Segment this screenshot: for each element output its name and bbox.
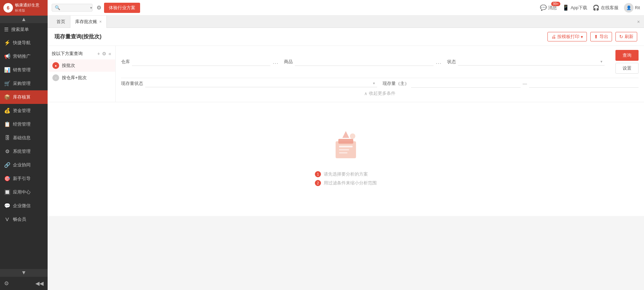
cart-icon: 🛒 bbox=[4, 80, 10, 87]
add-scheme-icon[interactable]: + bbox=[97, 51, 100, 56]
sidebar-item-label: 经营管理 bbox=[13, 121, 31, 127]
print-button[interactable]: 🖨 按模板打印 ▾ bbox=[547, 32, 587, 41]
settings-footer-icon[interactable]: ⚙ bbox=[4, 280, 9, 287]
stock-qty-from[interactable] bbox=[411, 79, 521, 88]
tab-inventory-batch[interactable]: 库存批次账 × bbox=[70, 16, 107, 28]
stock-qty-label: 现存量（主） bbox=[383, 80, 409, 87]
sidebar-item-sales[interactable]: 📊 销售管理 bbox=[0, 63, 48, 77]
main-content: 🔍 ▾ ⚙ 体验行业方案 💬 消息 99+ 📱 App下载 🎧 在线客服 bbox=[48, 0, 644, 290]
product-dots[interactable]: … bbox=[436, 58, 442, 66]
sidebar-item-label: 企业协同 bbox=[13, 162, 31, 168]
sidebar-item-collab[interactable]: 🔗 企业协同 bbox=[0, 158, 48, 172]
svg-point-6 bbox=[350, 133, 355, 139]
wechat-icon: 💬 bbox=[4, 203, 10, 209]
scheme-batch-icon: ● bbox=[52, 62, 59, 69]
stock-status-dropdown[interactable]: ▾ bbox=[145, 80, 377, 87]
page-close-icon[interactable]: × bbox=[637, 19, 640, 24]
topbar-search-box[interactable]: 🔍 ▾ bbox=[52, 4, 92, 12]
settings-button[interactable]: 设置 bbox=[615, 63, 639, 74]
sidebar-item-label: 畅会员 bbox=[13, 216, 26, 222]
tab-home[interactable]: 首页 bbox=[52, 16, 70, 28]
product-input[interactable] bbox=[295, 58, 433, 66]
topbar-search-input[interactable] bbox=[62, 5, 89, 10]
app-download-action[interactable]: 📱 App下载 bbox=[562, 4, 587, 11]
search-icon: 🔍 bbox=[55, 5, 60, 10]
collapse-scheme-icon[interactable]: « bbox=[108, 51, 111, 56]
export-button[interactable]: ⬆ 导出 bbox=[590, 32, 612, 41]
sidebar-item-label: 库存核算 bbox=[13, 94, 31, 100]
print-label: 按模板打印 bbox=[557, 34, 579, 40]
refresh-label: 刷新 bbox=[625, 34, 633, 40]
experience-btn[interactable]: 体验行业方案 bbox=[104, 3, 140, 13]
database-icon: 🗄 bbox=[4, 135, 10, 141]
print-dropdown-icon[interactable]: ▾ bbox=[581, 34, 583, 39]
scheme-warehouse-batch[interactable]: ○ 按仓库+批次 bbox=[48, 72, 115, 84]
sidebar-item-finance[interactable]: 💰 资金管理 bbox=[0, 104, 48, 117]
vip-icon: V bbox=[4, 216, 10, 222]
empty-step-1: 1 请先选择要分析的方案 bbox=[315, 171, 377, 177]
avatar-icon: 👤 bbox=[626, 5, 631, 10]
sidebar-item-quick-nav[interactable]: ⚡ 快捷导航 bbox=[0, 36, 48, 50]
sidebar-item-basics[interactable]: 🗄 基础信息 bbox=[0, 131, 48, 145]
user-action[interactable]: 👤 Rit bbox=[624, 3, 640, 13]
sidebar-item-guide[interactable]: 🎯 新手引导 bbox=[0, 172, 48, 185]
refresh-icon: ↻ bbox=[619, 34, 623, 39]
sidebar-scroll-up[interactable]: ▲ bbox=[0, 16, 48, 23]
app-version: 标准版 bbox=[15, 8, 39, 13]
sidebar-item-label: 基础信息 bbox=[13, 135, 31, 141]
online-service-action[interactable]: 🎧 在线客服 bbox=[593, 4, 618, 11]
filter-scheme-panel: 按以下方案查询 + ⚙ « ● 按批次 ○ bbox=[48, 46, 116, 102]
sidebar-item-inventory[interactable]: 📦 库存核算 bbox=[0, 90, 48, 104]
sidebar-item-wechat[interactable]: 💬 企业微信 bbox=[0, 199, 48, 213]
sidebar-item-marketing[interactable]: 📢 营销推广 bbox=[0, 50, 48, 63]
filter-scheme-label: 按以下方案查询 bbox=[52, 51, 83, 57]
filter-stock-qty: 现存量（主） — bbox=[383, 79, 639, 88]
sidebar: 6 畅康通好生意 标准版 ▲ ☰ 搜索菜单 ⚡ 快捷导航 📢 营销推广 📊 销售… bbox=[0, 0, 48, 290]
filter-stock-status: 现存量状态 ▾ bbox=[121, 80, 377, 87]
sidebar-item-operations[interactable]: 📋 经营管理 bbox=[0, 117, 48, 131]
empty-steps: 1 请先选择要分析的方案 2 用过滤条件来缩小分析范围 bbox=[315, 171, 377, 189]
megaphone-icon: 📢 bbox=[4, 53, 10, 59]
filter-status: 状态 ▾ bbox=[447, 58, 605, 66]
sidebar-search-label: 搜索菜单 bbox=[11, 26, 29, 33]
collapse-more-icon: ∧ bbox=[364, 91, 368, 96]
sidebar-item-system[interactable]: ⚙ 系统管理 bbox=[0, 145, 48, 158]
refresh-button[interactable]: ↻ 刷新 bbox=[615, 32, 637, 41]
sidebar-item-member[interactable]: V 畅会员 bbox=[0, 213, 48, 226]
empty-icon-svg bbox=[329, 129, 363, 163]
tab-inventory-batch-label: 库存批次账 bbox=[75, 19, 97, 25]
filter-panel: 按以下方案查询 + ⚙ « ● 按批次 ○ bbox=[48, 46, 644, 102]
svg-rect-1 bbox=[338, 139, 353, 144]
topbar: 🔍 ▾ ⚙ 体验行业方案 💬 消息 99+ 📱 App下载 🎧 在线客服 bbox=[48, 0, 644, 16]
sidebar-search[interactable]: ☰ 搜索菜单 bbox=[0, 23, 48, 36]
sidebar-item-label: 采购管理 bbox=[13, 80, 31, 87]
tab-close-icon[interactable]: × bbox=[99, 19, 102, 24]
warehouse-input[interactable] bbox=[132, 58, 270, 66]
collapse-more-btn[interactable]: ∧ 收起更多条件 bbox=[121, 88, 639, 98]
warehouse-dots[interactable]: … bbox=[272, 58, 278, 66]
status-dropdown[interactable]: ▾ bbox=[458, 58, 605, 66]
scheme-batch-label: 按批次 bbox=[62, 62, 75, 69]
message-action[interactable]: 💬 消息 99+ bbox=[540, 4, 557, 11]
sidebar-item-apps[interactable]: 🔲 应用中心 bbox=[0, 185, 48, 199]
filter-product: 商品 … bbox=[284, 58, 441, 66]
page-actions: 🖨 按模板打印 ▾ ⬆ 导出 ↻ 刷新 bbox=[547, 32, 637, 41]
svg-rect-3 bbox=[339, 149, 349, 150]
collapse-sidebar-icon[interactable]: ◀◀ bbox=[35, 280, 44, 287]
topbar-dropdown-icon[interactable]: ▾ bbox=[90, 5, 92, 10]
box-icon: 📦 bbox=[4, 94, 10, 100]
stock-qty-to[interactable] bbox=[529, 79, 639, 88]
query-button[interactable]: 查询 bbox=[615, 50, 639, 61]
sidebar-item-purchase[interactable]: 🛒 采购管理 bbox=[0, 77, 48, 90]
scheme-batch[interactable]: ● 按批次 bbox=[48, 59, 115, 72]
sidebar-scroll-down[interactable]: ▼ bbox=[0, 269, 48, 276]
sidebar-item-label: 系统管理 bbox=[13, 148, 31, 155]
sidebar-header: 6 畅康通好生意 标准版 bbox=[0, 0, 48, 16]
settings-scheme-icon[interactable]: ⚙ bbox=[102, 51, 106, 56]
export-icon: ⬆ bbox=[594, 34, 598, 39]
user-avatar: 👤 bbox=[624, 3, 633, 13]
svg-rect-2 bbox=[339, 146, 353, 147]
warehouse-label: 仓库 bbox=[121, 59, 130, 65]
topbar-gear-icon[interactable]: ⚙ bbox=[97, 4, 101, 11]
sidebar-footer: ⚙ ◀◀ bbox=[0, 276, 48, 290]
